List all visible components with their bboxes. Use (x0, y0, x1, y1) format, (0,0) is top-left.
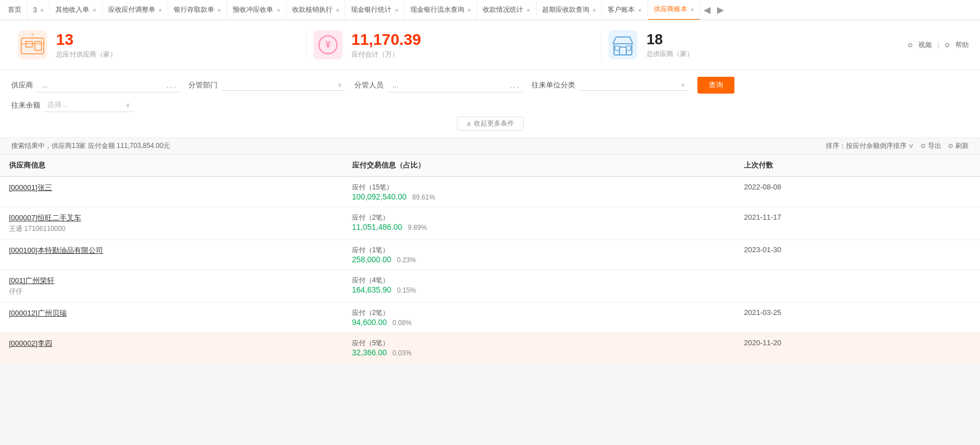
export-action[interactable]: ⊙ 导出 (921, 141, 941, 151)
nav-tab-home[interactable]: 首页 (2, 0, 27, 20)
supplier-link[interactable]: [001]广州荣轩 (9, 276, 54, 285)
nav-tab-overdue-label: 超期应收款查询 (542, 5, 589, 15)
nav-tab-prepay[interactable]: 预收冲应收单 × (227, 0, 286, 20)
nav-tab-3[interactable]: 3 × (27, 0, 50, 20)
refresh-label: 刷新 (955, 141, 969, 151)
result-text: 搜索结果中，供应商13家 应付金额 111,703,854.00元 (11, 141, 170, 151)
card2-value: 11,170.39 (352, 30, 422, 49)
close-icon[interactable]: × (395, 7, 398, 13)
nav-tab-bank[interactable]: 银行存取款单 × (168, 0, 227, 20)
nav-tab-verify[interactable]: 收款核销执行 × (286, 0, 345, 20)
data-table: 供应商信息 应付交易信息（占比） 上次付数 [000001]张三应付（15笔）1… (0, 155, 980, 363)
result-actions: 排序：按应付余额倒序排序 ∨ ⊙ 导出 ⊙ 刷新 (826, 141, 969, 151)
tx-amount-link[interactable]: 164,635.90 (352, 285, 391, 294)
balance-select[interactable]: 选择... ∨ (44, 98, 133, 112)
tx-label: 应付（2笔） (352, 213, 726, 222)
th-last: 上次付数 (735, 155, 980, 177)
summary-card-total: 18 总供应商（家） (602, 29, 896, 61)
category-dropdown-icon: ∨ (681, 81, 685, 89)
tx-percent: 0.15% (397, 286, 416, 294)
last-date: 2022-08-08 (744, 183, 782, 191)
dept-filter-label: 分管部门 (188, 80, 218, 90)
person-input[interactable] (389, 79, 510, 91)
supplier-link[interactable]: [000007]恒旺二手叉车 (9, 214, 81, 222)
tx-amount-link[interactable]: 11,051,486.00 (352, 222, 403, 231)
last-date: 2023-01-30 (744, 245, 782, 254)
close-icon[interactable]: × (40, 7, 44, 13)
nav-tab-supbook[interactable]: 供应商账本 × (648, 0, 700, 20)
th-last-label: 上次付数 (744, 161, 773, 169)
tx-percent: 0.08% (392, 319, 412, 327)
nav-tab-receiptstat[interactable]: 收款情况统计 × (477, 0, 536, 20)
filter-balance: 往来余额 选择... ∨ (11, 98, 179, 112)
refresh-icon: ⊙ (948, 142, 953, 150)
table-row: [000001]张三应付（15笔）100,092,540.0089.61%202… (0, 177, 980, 207)
table-container: 供应商信息 应付交易信息（占比） 上次付数 [000001]张三应付（15笔）1… (0, 155, 980, 363)
supplier-input[interactable] (39, 79, 167, 91)
nav-tab-income[interactable]: 其他收入单 × (50, 0, 102, 20)
th-tx-label: 应付交易信息（占比） (352, 161, 425, 169)
close-icon[interactable]: × (159, 7, 162, 13)
sort-arrow-icon: ∨ (908, 142, 914, 150)
collapse-button[interactable]: ∧ 收起更多条件 (457, 117, 524, 131)
refresh-action[interactable]: ⊙ 刷新 (948, 141, 969, 151)
card2-content: 11,170.39 应付合计（万） (352, 30, 422, 60)
supplier-link[interactable]: [000002]李四 (9, 339, 52, 347)
close-icon[interactable]: × (93, 7, 96, 13)
close-icon[interactable]: × (593, 7, 596, 13)
close-icon[interactable]: × (468, 7, 471, 13)
close-icon[interactable]: × (336, 7, 339, 13)
summary-card-suppliers: ¥ 13 总应付供应商（家） (11, 29, 307, 61)
close-icon[interactable]: × (276, 7, 280, 13)
table-row: [000002]李四应付（5笔）32,366.000.03%2020-11-20 (0, 333, 980, 363)
nav-tab-adjust[interactable]: 应收应付调整单 × (103, 0, 168, 20)
balance-dropdown-icon: ∨ (126, 101, 130, 109)
nav-left-arrow[interactable]: ◀ (700, 4, 714, 15)
video-link[interactable]: 视频 (918, 40, 932, 50)
category-select[interactable]: ∨ (579, 80, 688, 91)
close-icon[interactable]: × (691, 6, 694, 13)
supplier-dots-icon[interactable]: ... (167, 80, 177, 90)
filter-row-1: 供应商 ... 分管部门 ∨ 分管人员 ... 往来单位分类 (11, 77, 969, 94)
person-dots-icon[interactable]: ... (510, 80, 520, 90)
supplier-sub: 仔仔 (9, 287, 334, 296)
last-date: 2020-11-20 (744, 339, 782, 347)
dept-dropdown-icon: ∨ (338, 81, 342, 89)
nav-tab-cashflow[interactable]: 现金银行流水查询 × (405, 0, 477, 20)
summary-card-amount: ¥ 11,170.39 应付合计（万） (307, 29, 602, 61)
export-icon: ⊙ (921, 142, 926, 150)
supplier-link[interactable]: [000001]张三 (9, 183, 52, 192)
filter-category: 往来单位分类 ∨ (531, 80, 688, 91)
card2-label: 应付合计（万） (352, 50, 422, 59)
close-icon[interactable]: × (218, 7, 221, 13)
tx-amount-link[interactable]: 32,366.00 (352, 348, 387, 357)
nav-tab-custbook[interactable]: 客户账本 × (602, 0, 648, 20)
card3-value: 18 (646, 31, 694, 48)
nav-right-arrow[interactable]: ▶ (714, 4, 727, 15)
nav-tab-home-label: 首页 (8, 5, 21, 15)
tx-label: 应付（15笔） (352, 183, 726, 192)
nav-tab-adjust-label: 应收应付调整单 (108, 5, 155, 15)
table-row: [001]广州荣轩仔仔应付（4笔）164,635.900.15% (0, 270, 980, 303)
tx-amount-link[interactable]: 258,000.00 (352, 255, 391, 264)
supplier-link[interactable]: [000012]广州贝瑞 (9, 309, 67, 317)
nav-tab-cashflow-label: 现金银行流水查询 (410, 5, 464, 15)
nav-tab-cashstat[interactable]: 现金银行统计 × (345, 0, 404, 20)
supplier-link[interactable]: [000100]本特勤油品有限公司 (9, 246, 103, 254)
card3-label: 总供应商（家） (646, 49, 694, 59)
close-icon[interactable]: × (526, 7, 530, 13)
help-link[interactable]: 帮助 (955, 40, 969, 50)
tx-amount-link[interactable]: 94,600.00 (352, 318, 387, 327)
filter-dept: 分管部门 ∨ (188, 80, 345, 91)
video-icon: ⊙ (908, 41, 913, 49)
dept-select[interactable]: ∨ (221, 80, 345, 91)
close-icon[interactable]: × (638, 7, 641, 13)
search-button[interactable]: 查询 (697, 77, 734, 94)
tx-amount-link[interactable]: 100,092,540.00 (352, 192, 406, 201)
table-row: [000100]本特勤油品有限公司应付（1笔）258,000.000.23%20… (0, 240, 980, 270)
card1-content: 13 总应付供应商（家） (56, 30, 117, 60)
nav-tab-overdue[interactable]: 超期应收款查询 × (537, 0, 602, 20)
last-date: 2021-03-25 (744, 308, 782, 317)
tx-percent: 9.89% (408, 224, 427, 231)
nav-tab-bank-label: 银行存取款单 (174, 5, 214, 15)
